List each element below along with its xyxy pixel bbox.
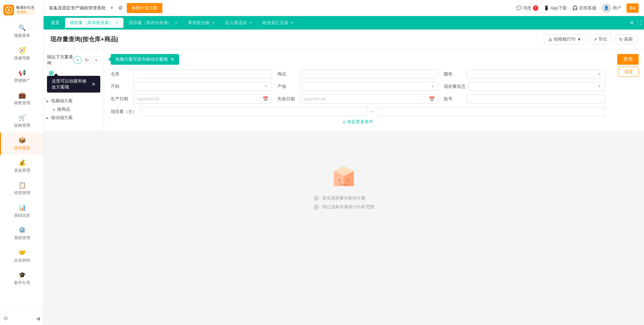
sidebar-item-label: 销售管理 xyxy=(14,100,30,106)
tab-close-batch-ledger[interactable]: ✕ xyxy=(212,20,215,25)
cart-icon: 🛒 xyxy=(18,114,26,121)
sidebar-item-quick-nav[interactable]: 🧭 快捷导航 xyxy=(0,43,43,65)
batch-input[interactable] xyxy=(467,95,605,104)
tab-home-label: 首页 xyxy=(51,20,60,26)
prod-date-cal-icon: 📅 xyxy=(263,96,268,102)
message-icon: 💬 xyxy=(516,5,522,10)
sidebar-item-basic[interactable]: 📊 基础信息 xyxy=(0,200,43,222)
tab-inventory-status[interactable]: 现存量（库存状况表） ✕ xyxy=(65,18,123,28)
header-right: 💬 消息 9 📱 App下载 🎧 在线客服 👤 用户 Ea xyxy=(516,3,639,13)
tab-close-receivable-summary[interactable]: ✕ xyxy=(290,20,294,25)
mobile-scheme-item[interactable]: ▶ 移动端方案 xyxy=(44,113,104,122)
online-service-btn[interactable]: 🎧 在线客服 xyxy=(572,5,596,11)
export-icon: ↗ xyxy=(593,37,597,42)
gear-icon: ⚙️ xyxy=(18,226,26,234)
sub-scheme-item[interactable]: ■ 接商品 xyxy=(50,105,104,113)
clipboard-icon: 📋 xyxy=(18,181,26,189)
refresh-icon: ↻ xyxy=(619,37,623,42)
sidebar-item-enterprise[interactable]: 🤝 企业协同 xyxy=(0,245,43,267)
filter-row-3: 生产日期 yyyy-mm-dd 📅 失效日期 yyyy-mm-dd 📅 xyxy=(111,94,605,104)
edit-tooltip-close-btn[interactable]: ✕ xyxy=(92,82,96,87)
scheme-action-btns: + ↻ « xyxy=(73,56,100,64)
collapse-filters-btn[interactable]: ∧ 收起更多条件 xyxy=(111,116,605,126)
logo-icon: 6 xyxy=(3,5,14,15)
batch-label: 批号 xyxy=(444,96,464,102)
search-button[interactable]: 查询 xyxy=(617,54,639,65)
edit-tooltip-text: 这里可以创建和修改方案哦 xyxy=(52,78,89,90)
settings-icon[interactable]: ⚙ xyxy=(3,315,8,322)
scheme-tooltip: 电脑方案可设为移动方案哦 ✕ xyxy=(111,54,179,65)
app-download-btn[interactable]: 📱 App下载 xyxy=(544,5,567,11)
tab-inventory-dist[interactable]: 现存量（库存分布表） ✕ xyxy=(124,18,182,28)
warehouse-dots: ··· xyxy=(137,71,141,76)
prod-date-label: 生产日期 xyxy=(111,96,131,102)
product-field: 商品 ··· xyxy=(277,69,439,78)
tab-close-all-icon[interactable]: ✕ xyxy=(630,20,634,25)
sidebar-item-label: 库存核算 xyxy=(14,145,30,151)
color-select[interactable]: ▼ xyxy=(467,69,605,78)
size-select[interactable]: ▼ xyxy=(133,82,272,91)
sidebar-item-marketing[interactable]: 📢 营销推广 xyxy=(0,65,43,88)
product-dots: ··· xyxy=(304,71,308,76)
experience-button[interactable]: 体验行业方案 xyxy=(127,3,162,13)
messages-badge: 9 xyxy=(533,5,538,11)
svg-text:6: 6 xyxy=(7,8,10,13)
scheme-tooltip-close-btn[interactable]: ✕ xyxy=(170,57,174,62)
page-actions: 🖨 按模板打印 ▼ ↗ 导出 ↻ 刷新 xyxy=(544,34,637,49)
back-scheme-button[interactable]: « xyxy=(92,56,100,64)
filter-rows: 仓库 ··· 商品 ··· 颜色 xyxy=(111,69,605,116)
collapse-sidebar-icon[interactable]: ◀ xyxy=(36,315,40,322)
print-label: 按模板打印 xyxy=(554,36,576,42)
warehouse-select[interactable]: ··· xyxy=(133,69,272,78)
print-button[interactable]: 🖨 按模板打印 ▼ xyxy=(544,34,586,44)
refresh-scheme-button[interactable]: ↻ xyxy=(83,56,91,64)
tab-close-in-out-flow[interactable]: ✕ xyxy=(249,20,252,25)
product-select[interactable]: ··· xyxy=(300,69,439,78)
stock-min-input[interactable] xyxy=(140,107,368,116)
add-scheme-button[interactable]: + xyxy=(73,56,82,64)
sidebar-item-search[interactable]: 🔍 搜索菜单 xyxy=(0,20,43,43)
sidebar-item-finance[interactable]: 💰 资金管理 xyxy=(0,155,43,177)
sidebar-item-purchase[interactable]: 🛒 采购管理 xyxy=(0,110,43,132)
stock-range-dash: — xyxy=(371,109,375,114)
refresh-button[interactable]: ↻ 刷新 xyxy=(615,34,637,44)
dropdown-arrow-icon[interactable]: ▼ xyxy=(110,5,114,10)
stock-max-input[interactable] xyxy=(378,107,605,116)
sidebar-item-guide[interactable]: 🎓 新手引导 xyxy=(0,267,43,290)
desktop-scheme-sub: ■ 接商品 xyxy=(44,105,104,113)
tab-home[interactable]: 首页 xyxy=(46,18,64,28)
tab-close-inventory-dist[interactable]: ✕ xyxy=(174,20,178,25)
tab-receivable-summary[interactable]: 收发存汇总表 ✕ xyxy=(258,18,299,28)
desktop-scheme-item[interactable]: ▶ 电脑端方案 xyxy=(44,97,104,105)
settings-btn[interactable]: ⚙ xyxy=(118,5,123,11)
box-icon: 📦 xyxy=(18,137,26,144)
step-2-text: 用过滤条件来缩小分析范围 xyxy=(322,204,374,210)
tab-maximize-icon[interactable]: ⛶ xyxy=(637,20,641,25)
messages-btn[interactable]: 💬 消息 9 xyxy=(516,5,538,11)
tab-batch-ledger[interactable]: 库存批次账 ✕ xyxy=(183,18,220,28)
tab-batch-ledger-label: 库存批次账 xyxy=(188,20,210,26)
origin-select[interactable]: ▼ xyxy=(300,82,439,91)
user-avatar[interactable]: 👤 用户 xyxy=(602,3,621,13)
expire-date-input[interactable]: yyyy-mm-dd 📅 xyxy=(300,94,439,104)
search-icon: 🔍 xyxy=(18,24,26,32)
tab-close-inventory-status[interactable]: ✕ xyxy=(115,20,119,25)
stock-status-select[interactable]: ▼ xyxy=(468,82,605,91)
prod-date-input[interactable]: yyyy-mm-dd 📅 xyxy=(133,94,272,104)
edit-tooltip-container: 这里可以创建和修改方案哦 ✕ xyxy=(47,76,100,93)
sidebar-item-system[interactable]: ⚙️ 系统管理 xyxy=(0,222,43,245)
tab-in-out-flow[interactable]: 出入库流水 ✕ xyxy=(220,18,257,28)
sidebar-item-operation[interactable]: 📋 经营管理 xyxy=(0,177,43,200)
sidebar-item-sales[interactable]: 💼 销售管理 xyxy=(0,88,43,110)
export-button[interactable]: ↗ 导出 xyxy=(589,34,611,44)
prod-date-placeholder: yyyy-mm-dd xyxy=(137,97,159,101)
sidebar-item-inventory[interactable]: 📦 库存核算 xyxy=(0,132,43,155)
top-header: 装备及固定资产辅助管理系统 ▼ ⚙ 体验行业方案 💬 消息 9 📱 App下载 … xyxy=(44,0,644,16)
tab-in-out-flow-label: 出入库流水 xyxy=(225,20,247,26)
set-button[interactable]: 设置 xyxy=(619,67,639,77)
tab-bar: 首页 现存量（库存状况表） ✕ 现存量（库存分布表） ✕ 库存批次账 ✕ 出入库… xyxy=(44,16,644,30)
app-download-label: App下载 xyxy=(550,5,567,11)
dot-connector xyxy=(44,69,104,76)
expire-date-field: 失效日期 yyyy-mm-dd 📅 xyxy=(277,94,439,104)
filter-left-panel: 按以下方案查询 + ↻ « 这里可以创建和修改方案哦 ✕ xyxy=(44,49,104,131)
